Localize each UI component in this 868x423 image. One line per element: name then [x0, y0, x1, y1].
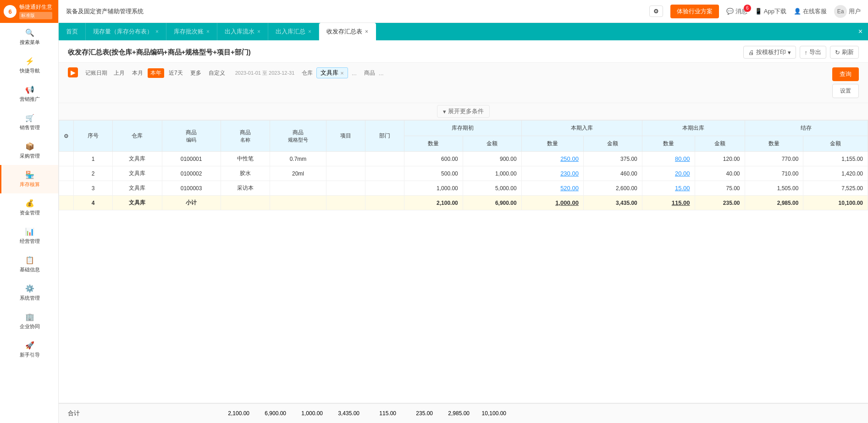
expand-more-btn[interactable]: ▾ 展开更多条件	[437, 105, 490, 118]
product-more-dots[interactable]: ...	[379, 70, 384, 77]
sidebar-item-enterprise[interactable]: 🏢 企业协同	[0, 307, 58, 335]
footer-nums: 2,100.00 6,900.00 1,000.00 3,435.00 115.…	[89, 407, 868, 419]
sidebar-item-search[interactable]: 🔍 搜索菜单	[0, 23, 58, 51]
sidebar-item-inventory[interactable]: 🏪 库存核算	[0, 165, 58, 193]
row2-out-qty[interactable]: 20.00	[642, 166, 695, 181]
row1-project	[326, 152, 365, 166]
warehouse-tag-close[interactable]: ×	[340, 70, 344, 77]
app-download-action[interactable]: 📱 App下载	[755, 7, 786, 16]
tab-inventory-dist[interactable]: 现存量（库存分布表） ×	[86, 23, 166, 40]
th-project: 项目	[326, 121, 365, 152]
table-row: 2 文具库 0100002 胶水 20ml 500.00 1,000.00 23…	[59, 166, 868, 181]
table-header-group: ⚙ 序号 仓库 商品编码 商品名称 商品规格型号 项目 部门 库存期初 本期入库…	[59, 121, 868, 136]
th-opening-amt: 金额	[463, 136, 521, 152]
tab-receive-summary-label: 收发存汇总表	[326, 27, 362, 36]
th-in-amt: 金额	[583, 136, 642, 152]
total-opening-amt: 6,900.00	[254, 407, 291, 419]
sidebar: 6 畅捷通好生意 标准版 🔍 搜索菜单 ⚡ 快捷导航 📢 营销推广 🛒 销售管理…	[0, 0, 59, 423]
page-actions: 🖨 按模板打印 ▾ ↑ 导出 ↻ 刷新	[743, 46, 859, 59]
system-icon: ⚙️	[25, 284, 34, 293]
date-filter-group: 记账日期 上月 本月 本年 近7天 更多 自定义	[85, 68, 228, 78]
search-icon: 🔍	[25, 28, 34, 37]
tab-batch-account[interactable]: 库存批次账 ×	[166, 23, 217, 40]
page-title: 收发存汇总表(按仓库+商品编码+商品+规格型号+项目+部门)	[68, 48, 251, 57]
date-opt-last-month[interactable]: 上月	[111, 68, 127, 78]
refresh-btn[interactable]: ↻ 刷新	[830, 46, 859, 59]
th-settings[interactable]: ⚙	[59, 121, 74, 152]
basic-icon: 📋	[25, 256, 34, 264]
topbar-actions: 💬 消息 6 📱 App下载 👤 在线客服 Ea 用户	[726, 5, 861, 18]
date-filter-label: 记账日期	[85, 69, 107, 77]
row3-in-qty[interactable]: 520.00	[521, 181, 583, 196]
sidebar-item-guide[interactable]: 🚀 新手引导	[0, 335, 58, 364]
tab-inout-summary[interactable]: 出入库汇总 ×	[268, 23, 319, 40]
sidebar-item-label: 采购管理	[20, 153, 40, 159]
sidebar-item-finance[interactable]: 💰 资金管理	[0, 193, 58, 222]
chevron-down-icon: ▾	[788, 49, 791, 56]
date-opt-this-year[interactable]: 本年	[148, 68, 164, 78]
subtotal-empty2	[270, 196, 326, 210]
experience-btn[interactable]: 体验行业方案	[670, 5, 719, 18]
tab-home[interactable]: 首页	[59, 23, 86, 40]
export-btn[interactable]: ↑ 导出	[800, 46, 827, 59]
row1-in-qty[interactable]: 250.00	[521, 152, 583, 166]
date-opt-custom[interactable]: 自定义	[206, 68, 228, 78]
subtotal-out-qty[interactable]: 115.00	[642, 196, 695, 210]
th-opening-group: 库存期初	[404, 121, 521, 136]
sidebar-item-purchase[interactable]: 📦 采购管理	[0, 137, 58, 165]
expand-label: 展开更多条件	[448, 107, 484, 115]
sidebar-item-marketing[interactable]: 📢 营销推广	[0, 80, 58, 108]
row2-in-qty[interactable]: 230.00	[521, 166, 583, 181]
date-opt-7days[interactable]: 近7天	[166, 68, 186, 78]
sidebar-item-label: 销售管理	[20, 124, 40, 131]
tab-inout-summary-close[interactable]: ×	[308, 28, 311, 35]
row1-opening-qty: 600.00	[404, 152, 463, 166]
user-action[interactable]: Ea 用户	[834, 5, 861, 18]
warehouse-filter-label: 仓库	[302, 69, 313, 77]
content-area: 收发存汇总表(按仓库+商品编码+商品+规格型号+项目+部门) 🖨 按模板打印 ▾…	[59, 40, 868, 423]
tab-receive-summary[interactable]: 收发存汇总表 ×	[319, 23, 376, 40]
sidebar-item-sales[interactable]: 🛒 销售管理	[0, 108, 58, 137]
inventory-icon: 🏪	[25, 170, 34, 179]
subtotal-empty3	[326, 196, 365, 210]
online-service-icon: 👤	[794, 8, 801, 15]
page-header: 收发存汇总表(按仓库+商品编码+商品+规格型号+项目+部门) 🖨 按模板打印 ▾…	[59, 40, 868, 63]
subtotal-in-qty[interactable]: 1,000.00	[521, 196, 583, 210]
sidebar-item-system[interactable]: ⚙️ 系统管理	[0, 279, 58, 307]
quick-nav-icon: ⚡	[25, 57, 34, 66]
date-range-text: 2023-01-01 至 2023-12-31	[235, 70, 295, 77]
tab-inout-flow-close[interactable]: ×	[257, 28, 260, 35]
sidebar-item-quick-nav[interactable]: ⚡ 快捷导航	[0, 51, 58, 80]
sidebar-item-label: 搜索菜单	[20, 39, 40, 46]
row3-out-amt: 75.00	[695, 181, 745, 196]
filter-toggle-btn[interactable]: ▶	[68, 67, 78, 77]
tab-inventory-dist-close[interactable]: ×	[155, 28, 159, 35]
tab-inout-flow[interactable]: 出入库流水 ×	[217, 23, 268, 40]
sidebar-item-basic[interactable]: 📋 基础信息	[0, 250, 58, 279]
row3-product-code: 0100003	[162, 181, 221, 196]
th-product-code: 商品编码	[162, 121, 221, 152]
row2-product-spec: 20ml	[270, 166, 326, 181]
date-opt-this-month[interactable]: 本月	[129, 68, 146, 78]
subtotal-settings	[59, 196, 74, 210]
query-btn[interactable]: 查询	[832, 67, 859, 81]
row1-product-name: 中性笔	[221, 152, 270, 166]
refresh-icon: ↻	[835, 49, 840, 56]
sidebar-item-operation[interactable]: 📊 经营管理	[0, 222, 58, 250]
message-action[interactable]: 💬 消息 6	[726, 7, 747, 16]
print-btn[interactable]: 🖨 按模板打印 ▾	[743, 46, 796, 59]
tabbar-close-btn[interactable]: ×	[853, 27, 868, 36]
filter-main: ▶ 记账日期 上月 本月 本年 近7天 更多 自定义	[59, 63, 868, 103]
total-opening-qty: 2,100.00	[217, 407, 254, 419]
online-service-action[interactable]: 👤 在线客服	[794, 7, 827, 16]
setting-btn[interactable]: 设置	[832, 84, 859, 98]
warehouse-more-dots[interactable]: ...	[352, 70, 357, 77]
row3-out-qty[interactable]: 15.00	[642, 181, 695, 196]
system-select[interactable]: ⚙	[649, 5, 663, 17]
tab-batch-account-close[interactable]: ×	[206, 28, 210, 35]
topbar: 装备及固定资产辅助管理系统 ⚙ 体验行业方案 💬 消息 6 📱 App下载 👤 …	[59, 0, 868, 23]
tab-receive-summary-close[interactable]: ×	[365, 28, 368, 35]
th-closing-group: 结存	[745, 121, 868, 136]
date-opt-more[interactable]: 更多	[188, 68, 204, 78]
row1-out-qty[interactable]: 80.00	[642, 152, 695, 166]
